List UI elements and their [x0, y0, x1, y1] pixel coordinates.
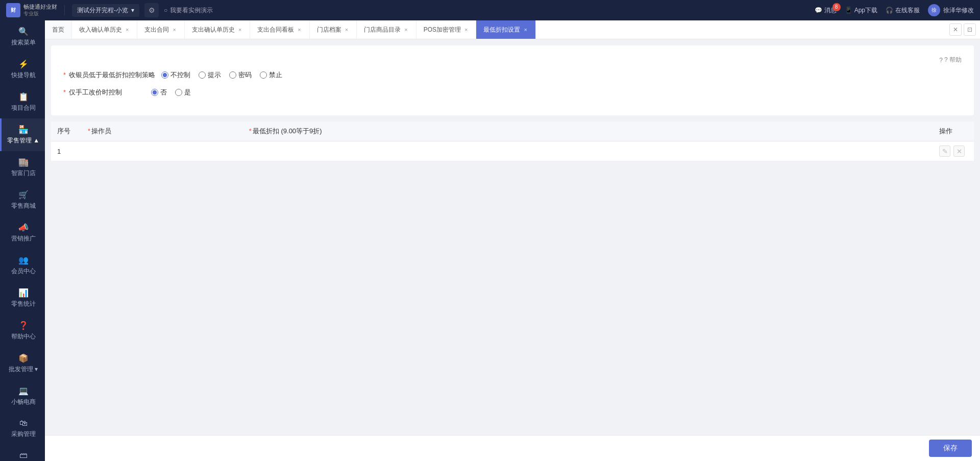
sidebar-item-wholesale-mgmt[interactable]: 📦 批发管理 ▾	[0, 347, 45, 380]
radio-manual-yes[interactable]: 是	[175, 88, 191, 97]
radio-no-control-label: 不控制	[170, 70, 190, 80]
tab-payment-contract[interactable]: 支出合同 ×	[137, 20, 184, 39]
contract-icon: 📋	[18, 92, 29, 102]
messages-button[interactable]: 💬 消息 8	[815, 6, 837, 15]
tab-store-archive[interactable]: 门店档案 ×	[310, 20, 357, 39]
online-service-button[interactable]: 🎧 在线客服	[886, 6, 920, 15]
cell-operator	[82, 141, 243, 161]
project-selector[interactable]: 测试分开完程-小览 ▾	[72, 4, 139, 17]
sidebar-label-marketing: 营销推广	[11, 234, 36, 243]
tab-income-confirm-label: 收入确认单历史	[79, 26, 122, 34]
radio-forbid-label: 禁止	[269, 70, 282, 80]
app-download-button[interactable]: 📱 App下载	[845, 6, 877, 15]
sidebar-item-marketing[interactable]: 📣 营销推广	[0, 216, 45, 249]
online-service-label: 在线客服	[895, 6, 920, 15]
sidebar-label-search-menu: 搜索菜单	[11, 38, 36, 47]
sidebar-item-ecommerce[interactable]: 💻 小畅电商	[0, 380, 45, 413]
radio-password[interactable]: 密码	[229, 70, 252, 80]
sidebar-item-retail-stats[interactable]: 📊 零售统计	[0, 282, 45, 314]
radio-manual-no-label: 否	[160, 88, 167, 97]
radio-manual-no[interactable]: 否	[151, 88, 167, 97]
tab-min-discount[interactable]: 最低折扣设置 ×	[476, 20, 535, 39]
sidebar-item-search-menu[interactable]: 🔍 搜索菜单	[0, 20, 45, 53]
demo-link[interactable]: ○ 我要看实例演示	[164, 6, 213, 15]
manual-price-label: * 仅手工改价时控制	[63, 88, 145, 97]
logo-icon: 财	[6, 3, 20, 17]
discount-table-container: 序号 *操作员 *最低折扣 (9.00等于9折) 操作 1	[51, 122, 974, 161]
tab-close-payment-confirm[interactable]: ×	[237, 27, 242, 33]
avatar: 徐	[928, 4, 940, 16]
sidebar-label-retail-mgmt: 零售管理 ▲	[7, 136, 39, 145]
delete-button[interactable]: ✕	[953, 145, 965, 157]
tab-payment-board[interactable]: 支出合同看板 ×	[250, 20, 309, 39]
sidebar-item-shortcut[interactable]: ⚡ 快捷导航	[0, 53, 45, 86]
col-header-seq: 序号	[51, 122, 82, 141]
radio-no-control-input[interactable]	[161, 71, 168, 79]
sidebar-item-help-center[interactable]: ❓ 帮助中心	[0, 314, 45, 347]
tab-close-pos-password[interactable]: ×	[463, 27, 469, 33]
sidebar-label-shortcut: 快捷导航	[11, 71, 36, 80]
tab-store-goods[interactable]: 门店商品目录 ×	[357, 20, 416, 39]
main-layout: 🔍 搜索菜单 ⚡ 快捷导航 📋 项目合同 🏪 零售管理 ▲ 🏬 智富门店 🛒 零…	[0, 20, 980, 461]
help-link[interactable]: ? ? 帮助	[939, 56, 962, 64]
sidebar-label-retail-stats: 零售统计	[11, 300, 36, 308]
tab-close-min-discount[interactable]: ×	[523, 27, 528, 33]
user-menu[interactable]: 徐 徐泽华修改	[928, 4, 974, 16]
settings-button[interactable]: ⚙	[144, 3, 159, 17]
radio-forbid[interactable]: 禁止	[260, 70, 282, 80]
project-name: 测试分开完程-小览	[77, 6, 128, 15]
ecommerce-icon: 💻	[18, 386, 29, 396]
tab-close-store-goods[interactable]: ×	[403, 27, 408, 33]
user-name: 徐泽华修改	[943, 6, 974, 15]
manual-required-mark: *	[63, 88, 66, 96]
app-logo: 财 畅捷通好业财 专业版	[6, 3, 57, 17]
radio-no-control[interactable]: 不控制	[161, 70, 190, 80]
tab-close-store-archive[interactable]: ×	[344, 27, 349, 33]
sidebar-item-retail-mgmt[interactable]: 🏪 零售管理 ▲	[0, 118, 45, 151]
settings-card: ? ? 帮助 * 收银员低于最低折扣控制策略 不控制	[51, 45, 974, 115]
radio-remind[interactable]: 提示	[199, 70, 221, 80]
page-content: ? ? 帮助 * 收银员低于最低折扣控制策略 不控制	[45, 39, 980, 435]
radio-manual-yes-input[interactable]	[175, 89, 182, 96]
app-download-label: App下载	[854, 6, 877, 15]
topbar: 财 畅捷通好业财 专业版 测试分开完程-小览 ▾ ⚙ ○ 我要看实例演示 💬 消…	[0, 0, 980, 20]
tab-payment-confirm-label: 支出确认单历史	[192, 26, 235, 34]
save-button[interactable]: 保存	[929, 440, 972, 457]
sidebar-item-inventory[interactable]: 🗃 库存核算	[0, 445, 45, 461]
tab-home[interactable]: 首页	[45, 20, 72, 39]
circle-icon: ○	[164, 7, 167, 14]
app-name: 畅捷通好业财	[23, 3, 57, 10]
sidebar: 🔍 搜索菜单 ⚡ 快捷导航 📋 项目合同 🏪 零售管理 ▲ 🏬 智富门店 🛒 零…	[0, 20, 45, 461]
sidebar-item-retail-mall[interactable]: 🛒 零售商城	[0, 184, 45, 216]
radio-forbid-input[interactable]	[260, 71, 267, 79]
download-icon: 📱	[845, 7, 852, 14]
tabs-close-button[interactable]: ✕	[949, 23, 962, 36]
tab-payment-confirm[interactable]: 支出确认单历史 ×	[185, 20, 250, 39]
col-header-operator: *操作员	[82, 122, 243, 141]
tab-income-confirm[interactable]: 收入确认单历史 ×	[72, 20, 137, 39]
sidebar-item-smart-store[interactable]: 🏬 智富门店	[0, 151, 45, 184]
sidebar-item-purchase-mgmt[interactable]: 🛍 采购管理	[0, 413, 45, 445]
tab-close-payment-board[interactable]: ×	[297, 27, 302, 33]
discount-control-label: * 收银员低于最低折扣控制策略	[63, 70, 155, 80]
tab-close-income-confirm[interactable]: ×	[125, 27, 130, 33]
radio-manual-no-input[interactable]	[151, 89, 158, 96]
tab-close-payment-contract[interactable]: ×	[172, 27, 177, 33]
service-icon: 🎧	[886, 7, 893, 14]
tab-pos-password[interactable]: POS加密管理 ×	[416, 20, 477, 39]
tab-payment-board-label: 支出合同看板	[257, 26, 294, 34]
help-icon: ?	[939, 57, 943, 64]
footer-bar: 保存	[45, 435, 980, 461]
tab-home-label: 首页	[52, 26, 64, 34]
cell-action: ✎ ✕	[933, 141, 974, 161]
edit-button[interactable]: ✎	[939, 145, 950, 157]
radio-remind-input[interactable]	[199, 71, 206, 79]
tab-store-archive-label: 门店档案	[317, 26, 341, 34]
cell-seq: 1	[51, 141, 82, 161]
content-area: 首页 收入确认单历史 × 支出合同 × 支出确认单历史 × 支出合同看板 × 门…	[45, 20, 980, 461]
tabs-expand-button[interactable]: ⊡	[964, 23, 976, 36]
sidebar-item-member-center[interactable]: 👥 会员中心	[0, 249, 45, 282]
radio-password-input[interactable]	[229, 71, 236, 79]
marketing-icon: 📣	[18, 223, 29, 232]
sidebar-item-project-contract[interactable]: 📋 项目合同	[0, 86, 45, 118]
